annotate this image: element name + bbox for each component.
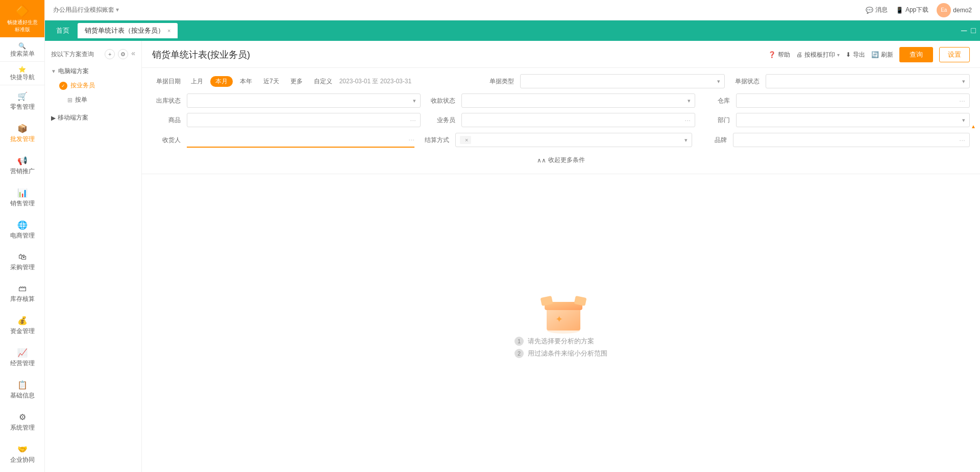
tab-close-icon[interactable]: × bbox=[167, 28, 170, 34]
settlement-tag-close[interactable]: × bbox=[465, 137, 468, 143]
sidebar-label-operations: 经营管理 bbox=[10, 359, 35, 368]
warehouse-label: 仓库 bbox=[701, 97, 730, 105]
date-tab-7days[interactable]: 近7天 bbox=[259, 76, 283, 87]
sidebar-item-purchase[interactable]: 🛍 采购管理 bbox=[0, 246, 44, 278]
basic-icon: 📋 bbox=[17, 380, 28, 390]
sidebar-item-inventory[interactable]: 🗃 库存核算 bbox=[0, 278, 44, 310]
sidebar-item-ecommerce[interactable]: 🌐 电商管理 bbox=[0, 214, 44, 246]
collapse-filters-button[interactable]: ∧∧ 收起更多条件 bbox=[152, 153, 970, 168]
sidebar-item-operations[interactable]: 📈 经营管理 bbox=[0, 342, 44, 374]
warehouse-dots[interactable]: ··· bbox=[959, 97, 965, 105]
sidebar-item-enterprise[interactable]: 🤝 企业协同 bbox=[0, 438, 44, 470]
goods-select[interactable]: ··· bbox=[187, 113, 421, 127]
finance-icon: 💰 bbox=[17, 316, 28, 325]
print-icon: 🖨 bbox=[796, 51, 802, 58]
export-action[interactable]: ⬇ 导出 bbox=[846, 51, 865, 59]
app-download-label: App下载 bbox=[905, 6, 928, 14]
tab-sales-stats-label: 销货单统计表（按业务员） bbox=[85, 26, 164, 35]
main-area: 办公用品行业模拟账套 ▾ 💬 消息 📱 App下载 Ea demo2 首页 销货… bbox=[45, 0, 980, 472]
purchase-icon: 🛍 bbox=[18, 252, 27, 262]
print-label: 按模板打印 bbox=[804, 51, 835, 59]
department-arrow: ▾ bbox=[962, 117, 965, 124]
settlement-arrow: ▾ bbox=[684, 137, 688, 144]
goods-dots[interactable]: ··· bbox=[410, 116, 416, 124]
doc-type-arrow: ▾ bbox=[717, 78, 720, 85]
ecommerce-icon: 🌐 bbox=[17, 220, 28, 230]
department-label: 部门 bbox=[701, 116, 730, 125]
message-icon: 💬 bbox=[866, 7, 873, 14]
date-tab-more[interactable]: 更多 bbox=[286, 76, 307, 87]
topbar-actions: 💬 消息 📱 App下载 Ea demo2 bbox=[866, 3, 972, 17]
sidebar-item-marketing[interactable]: 📢 营销推广 bbox=[0, 150, 44, 182]
doc-status-select[interactable]: ▾ bbox=[766, 74, 970, 88]
message-label: 消息 bbox=[875, 6, 888, 14]
page-actions: ❓ 帮助 🖨 按模板打印 ▾ ⬇ 导出 🔄 刷新 bbox=[768, 47, 970, 62]
sidebar-item-basic[interactable]: 📋 基础信息 bbox=[0, 374, 44, 406]
receiver-input-wrap: ··· bbox=[187, 132, 414, 148]
receipt-status-label: 收款状态 bbox=[427, 97, 455, 105]
print-action[interactable]: 🖨 按模板打印 ▾ bbox=[796, 51, 840, 59]
date-tab-custom[interactable]: 自定义 bbox=[310, 76, 336, 87]
refresh-action[interactable]: 🔄 刷新 bbox=[871, 51, 893, 59]
receipt-status-select[interactable]: ▾ bbox=[461, 93, 695, 108]
tabbar-right: ─ □ bbox=[961, 26, 976, 35]
settings-button[interactable]: 设置 bbox=[939, 47, 970, 62]
scheme-item-salesperson[interactable]: ✓ 按业务员 bbox=[45, 78, 141, 93]
left-panel-header: 按以下方案查询 + ⚙ « bbox=[45, 46, 141, 62]
export-icon: ⬇ bbox=[846, 51, 851, 58]
sidebar-item-retail[interactable]: 🛒 零售管理 bbox=[0, 85, 44, 117]
topbar-app-download[interactable]: 📱 App下载 bbox=[896, 6, 928, 14]
app-logo[interactable]: 🔶 畅捷通好生意标准版 bbox=[0, 0, 44, 37]
tab-minimize-icon[interactable]: ─ bbox=[961, 26, 967, 35]
help-action[interactable]: ❓ 帮助 bbox=[768, 51, 790, 59]
page-header: 销货单统计表(按业务员) ❓ 帮助 🖨 按模板打印 ▾ ⬇ 导出 bbox=[142, 41, 980, 68]
date-label: 单据日期 bbox=[152, 77, 181, 86]
salesperson-dots[interactable]: ··· bbox=[684, 116, 691, 124]
topbar-user[interactable]: Ea demo2 bbox=[937, 3, 972, 17]
date-tab-this-year[interactable]: 本年 bbox=[236, 76, 256, 87]
tab-home-label: 首页 bbox=[56, 26, 69, 35]
sub-scheme-label: 按单 bbox=[75, 96, 87, 104]
settlement-tag: × bbox=[460, 136, 471, 144]
add-scheme-button[interactable]: + bbox=[105, 49, 115, 59]
doc-type-select[interactable]: ▾ bbox=[520, 74, 724, 88]
receiver-input[interactable] bbox=[187, 132, 406, 147]
settings-scheme-button[interactable]: ⚙ bbox=[118, 49, 128, 59]
sidebar-item-newbie[interactable]: 🎓 新手引导 bbox=[0, 470, 44, 472]
out-status-label: 出库状态 bbox=[152, 97, 181, 105]
receiver-dots[interactable]: ··· bbox=[408, 135, 414, 144]
tab-sales-stats[interactable]: 销货单统计表（按业务员） × bbox=[78, 23, 178, 38]
topbar-dropdown-icon[interactable]: ▾ bbox=[116, 6, 119, 13]
department-select[interactable]: ▾ bbox=[736, 113, 970, 127]
pc-scheme-arrow: ▼ bbox=[51, 68, 56, 74]
settlement-select[interactable]: × ▾ bbox=[455, 133, 692, 147]
print-dropdown-icon: ▾ bbox=[837, 52, 840, 58]
collapse-panel-button[interactable]: « bbox=[131, 49, 135, 59]
sub-scheme-item[interactable]: ⊞ 按单 bbox=[45, 93, 141, 107]
sidebar-item-system[interactable]: ⚙ 系统管理 bbox=[0, 406, 44, 438]
tab-home[interactable]: 首页 bbox=[49, 23, 77, 38]
tab-maximize-icon[interactable]: □ bbox=[971, 26, 976, 35]
sidebar-item-finance[interactable]: 💰 资金管理 bbox=[0, 310, 44, 342]
salesperson-select[interactable]: ··· bbox=[461, 113, 695, 127]
out-status-select[interactable]: ▾ bbox=[187, 93, 421, 108]
sidebar-label-basic: 基础信息 bbox=[10, 391, 35, 400]
collapse-filters-label: 收起更多条件 bbox=[548, 156, 585, 164]
receiver-label: 收货人 bbox=[152, 136, 181, 145]
page-title: 销货单统计表(按业务员) bbox=[152, 49, 768, 61]
brand-select[interactable]: ··· bbox=[733, 133, 970, 147]
topbar-message[interactable]: 💬 消息 bbox=[866, 6, 888, 14]
sidebar-item-wholesale[interactable]: 📦 批发管理 ▲ bbox=[0, 117, 44, 150]
sidebar-search[interactable]: 🔍 搜索菜单 bbox=[0, 37, 44, 62]
brand-dots[interactable]: ··· bbox=[959, 136, 965, 144]
pc-scheme-header[interactable]: ▼ 电脑端方案 bbox=[45, 64, 141, 78]
sidebar-quick-nav[interactable]: ⭐ 快捷导航 bbox=[0, 62, 44, 85]
mobile-scheme-header[interactable]: ▶ 移动端方案 bbox=[45, 111, 141, 125]
date-tab-last-month[interactable]: 上月 bbox=[187, 76, 207, 87]
warehouse-select[interactable]: ··· bbox=[736, 93, 970, 108]
help-icon: ❓ bbox=[768, 51, 776, 58]
query-button[interactable]: 查询 bbox=[899, 47, 933, 62]
sidebar-item-sales[interactable]: 📊 销售管理 bbox=[0, 182, 44, 214]
retail-icon: 🛒 bbox=[17, 91, 28, 101]
date-tab-this-month[interactable]: 本月 bbox=[210, 76, 233, 87]
